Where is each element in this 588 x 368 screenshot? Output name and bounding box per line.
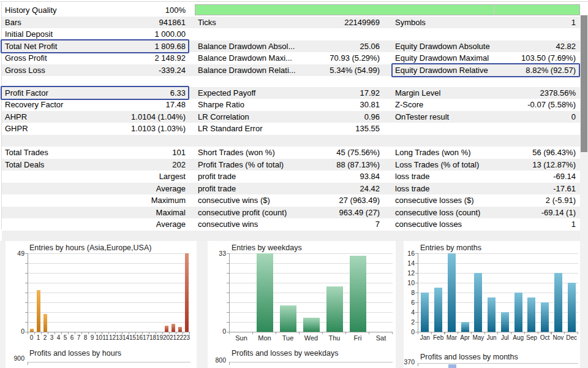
- metric-value: 103.50 (7.69%): [484, 52, 576, 64]
- vertical-scrollbar[interactable]: [580, 15, 588, 368]
- bar: [461, 322, 469, 332]
- bar: [178, 327, 182, 332]
- report-row: Maximalconsecutive profit (count)963.49 …: [2, 207, 580, 219]
- metric-value: 202: [88, 159, 186, 171]
- bar: [37, 290, 40, 332]
- metric-value: 8.82% (92.57): [484, 64, 576, 77]
- metric-value: 88 (87.13%): [300, 159, 380, 171]
- metric-value: -17.61: [484, 183, 576, 195]
- section-separator: [2, 231, 580, 242]
- bar: [280, 305, 296, 332]
- metric-value: Average: [88, 183, 186, 195]
- y-axis-tick: [418, 363, 418, 366]
- metric-value: 42.82: [484, 40, 576, 53]
- metric-value: Largest: [88, 171, 186, 183]
- partial-bar: [448, 364, 456, 368]
- testing-progress-bar: [195, 4, 580, 15]
- bar: [303, 318, 320, 332]
- metric-value: 2 (-5.91): [484, 194, 576, 207]
- metric-value: 0: [484, 111, 576, 123]
- metric-value: 17.48: [88, 99, 186, 111]
- report-row: Gross Profit2 148.92Balance Drawdown Max…: [2, 52, 580, 64]
- chart-title: Entries by hours (Asia,Europe,USA): [29, 243, 151, 252]
- y-axis-ticks: [227, 253, 229, 332]
- y-axis-label: 10: [394, 279, 415, 286]
- metric-label: Z-Score: [395, 99, 423, 111]
- x-tick-label: Sat: [365, 334, 397, 342]
- metric-value: 1: [484, 17, 576, 29]
- metric-value: -69.14 (1): [484, 207, 576, 219]
- y-axis-label: 370: [394, 358, 415, 366]
- metric-value: 17.92: [300, 87, 380, 99]
- y-axis-label: 16: [394, 250, 415, 257]
- metric-label: LR Standard Error: [198, 123, 263, 135]
- bar: [554, 273, 562, 332]
- bar: [568, 283, 576, 332]
- bar: [474, 273, 482, 332]
- metric-value: 941861: [88, 17, 186, 29]
- metric-label: loss trade: [395, 171, 429, 183]
- metric-value: 56 (96.43%): [484, 147, 576, 159]
- metric-value: 22149969: [300, 17, 380, 29]
- bar: [350, 256, 366, 332]
- y-axis-label: 4: [394, 309, 415, 316]
- metric-label: Balance Drawdown Maxi...: [198, 52, 292, 64]
- metric-label: Equity Drawdown Relative: [395, 64, 488, 77]
- metric-value: 101: [88, 147, 186, 159]
- metric-label: consecutive wins ($): [198, 194, 270, 207]
- chart-title: Profits and losses by weekdays: [232, 349, 338, 358]
- metric-value: 13 (12.87%): [484, 159, 576, 171]
- metric-label: Total Net Profit: [5, 40, 57, 53]
- metric-label: loss trade: [395, 183, 429, 195]
- report-row: Averageconsecutive wins7consecutive loss…: [2, 218, 580, 231]
- report-row: GHPR1.0103 (1.03%)LR Standard Error135.5…: [2, 123, 580, 135]
- metric-value: 5.34% (54.99): [300, 64, 380, 77]
- metric-label: AHPR: [5, 111, 27, 123]
- metric-label: OnTester result: [395, 111, 449, 123]
- bar: [172, 324, 175, 332]
- metric-label: consecutive losses: [395, 218, 462, 231]
- chart-gutter: [0, 241, 6, 368]
- progress-segment-separator: [494, 5, 495, 15]
- chart-plot: [28, 253, 190, 332]
- strategy-tester-report: History Quality100%Bars941861Ticks221499…: [0, 0, 588, 368]
- y-axis-label: 12: [394, 269, 415, 277]
- metric-value: 135.55: [300, 123, 380, 135]
- x-tick-label: 23: [179, 334, 194, 341]
- chart-title: Profits and losses by months: [420, 353, 518, 361]
- metric-label: Gross Loss: [5, 64, 45, 77]
- y-axis-label: 0: [4, 328, 24, 335]
- y-axis-label: 49: [4, 250, 24, 257]
- metric-value: 1 000.00: [88, 28, 186, 40]
- bar: [541, 302, 549, 332]
- metric-label: consecutive profit (count): [198, 207, 287, 219]
- metric-label: Long Trades (won %): [395, 147, 471, 159]
- metric-label: Short Trades (won %): [198, 147, 275, 159]
- bar: [43, 314, 47, 332]
- metric-label: Ticks: [198, 17, 216, 29]
- metric-label: GHPR: [5, 123, 28, 135]
- metric-label: Expected Payoff: [198, 87, 255, 99]
- metric-label: Profit Trades (% of total): [198, 159, 284, 171]
- report-row: Total Deals202Profit Trades (% of total)…: [2, 159, 580, 171]
- bar: [30, 329, 34, 332]
- metric-label: Total Deals: [5, 159, 44, 171]
- metric-label: Gross Profit: [5, 52, 47, 64]
- metric-value: 2378.56%: [484, 87, 576, 99]
- y-axis-tick: [28, 362, 28, 365]
- report-row: AHPR1.0104 (1.04%)LR Correlation0.96OnTe…: [2, 111, 580, 123]
- metric-label: Symbols: [395, 17, 426, 29]
- metric-value: 2 148.92: [88, 52, 186, 64]
- report-row: Gross Loss-339.24Balance Drawdown Relati…: [2, 64, 580, 77]
- metric-label: Bars: [5, 17, 21, 29]
- y-axis-tick: [229, 362, 230, 365]
- metric-value: 0.96: [300, 111, 380, 123]
- bar: [488, 297, 496, 332]
- scrollbar-thumb[interactable]: [581, 15, 587, 152]
- metric-label: Balance Drawdown Absol...: [198, 40, 295, 53]
- metric-value: 70.93 (5.29%): [300, 52, 380, 64]
- metric-label: Margin Level: [395, 87, 440, 99]
- metric-value: 1.0104 (1.04%): [88, 111, 186, 123]
- metric-label: Initial Deposit: [5, 28, 53, 40]
- metric-label: consecutive losses ($): [395, 194, 474, 207]
